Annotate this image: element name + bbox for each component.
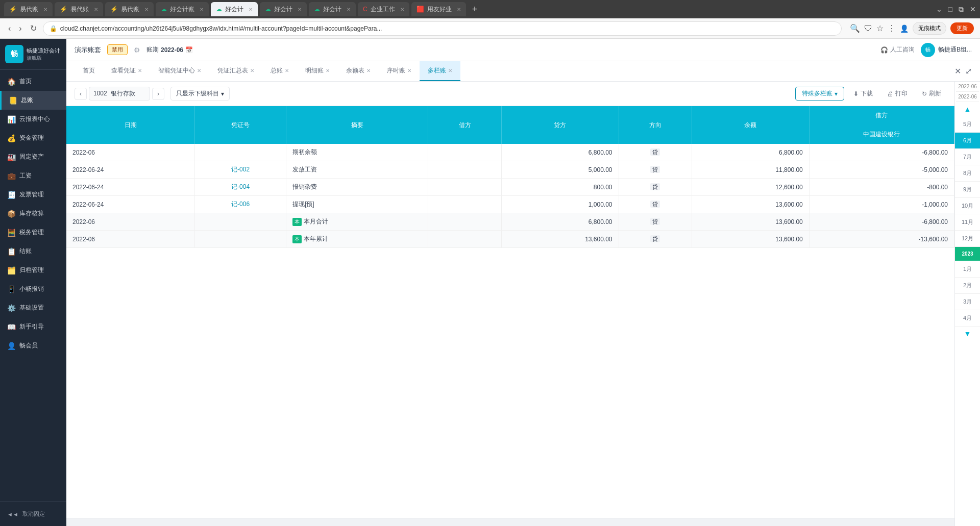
voucher-link-002[interactable]: 记-002 <box>231 166 250 173</box>
browser-tab-4[interactable]: ☁ 好会计账 ✕ <box>156 2 209 16</box>
close-tab-8[interactable]: ✕ <box>400 7 404 12</box>
scroll-up-button[interactable]: ▲ <box>955 102 980 116</box>
month-item-11[interactable]: 11月 <box>955 214 980 231</box>
horizontal-scrollbar[interactable] <box>66 518 954 526</box>
tab-home[interactable]: 首页 <box>75 61 103 81</box>
month-item-9[interactable]: 9月 <box>955 182 980 198</box>
tab-view-voucher[interactable]: 查看凭证 ✕ <box>103 61 150 81</box>
sidebar-item-invoice[interactable]: 🧾 发票管理 <box>0 185 66 204</box>
sidebar-item-home[interactable]: 🏠 首页 <box>0 72 66 91</box>
sidebar-item-assets[interactable]: 🏭 固定资产 <box>0 147 66 166</box>
month-item-1[interactable]: 1月 <box>955 261 980 278</box>
sidebar-item-ledger[interactable]: 📒 总账 <box>0 91 66 110</box>
close-tab-view-voucher[interactable]: ✕ <box>138 68 142 73</box>
sidebar-item-payroll[interactable]: 💼 工资 <box>0 166 66 185</box>
close-tab-2[interactable]: ✕ <box>94 7 98 12</box>
month-item-6[interactable]: 6月 <box>955 133 980 149</box>
month-item-5[interactable]: 5月 <box>955 116 980 133</box>
sidebar-item-close[interactable]: 📋 结账 <box>0 242 66 261</box>
unpin-button[interactable]: ◄◄ 取消固定 <box>7 506 59 522</box>
forward-button[interactable]: › <box>17 22 23 35</box>
settings-gear-icon[interactable]: ⚙ <box>134 46 140 54</box>
browser-tab-8[interactable]: C 企业工作 ✕ <box>358 2 409 16</box>
search-icon[interactable]: 🔍 <box>850 23 860 33</box>
window-maximize-icon[interactable]: ⧉ <box>959 5 964 14</box>
tab-voucher-summary[interactable]: 凭证汇总表 ✕ <box>209 61 262 81</box>
close-tab-voucher-summary[interactable]: ✕ <box>250 68 254 73</box>
month-item-2[interactable]: 2月 <box>955 278 980 294</box>
browser-tab-3[interactable]: ⚡ 易代账 ✕ <box>105 2 154 16</box>
close-tab-6[interactable]: ✕ <box>298 7 302 12</box>
month-item-12[interactable]: 12月 <box>955 231 980 247</box>
sidebar-item-reports[interactable]: 📊 云报表中心 <box>0 110 66 129</box>
bookmark-icon[interactable]: ☆ <box>876 23 884 33</box>
tab-general-ledger[interactable]: 总账 ✕ <box>262 61 297 81</box>
close-tab-9[interactable]: ✕ <box>457 7 461 12</box>
browser-tab-1[interactable]: ⚡ 易代账 ✕ <box>4 2 53 16</box>
download-button[interactable]: ⬇ 下载 <box>848 87 878 101</box>
prev-account-button[interactable]: ‹ <box>75 88 87 100</box>
sidebar-item-finance[interactable]: 💰 资金管理 <box>0 129 66 147</box>
consultation-button[interactable]: 🎧 人工咨询 <box>880 45 915 54</box>
close-tab-balance[interactable]: ✕ <box>366 68 371 73</box>
update-button[interactable]: 更新 <box>950 22 974 34</box>
sidebar-item-guide[interactable]: 📖 新手引导 <box>0 317 66 336</box>
close-tab-sequence[interactable]: ✕ <box>407 68 411 73</box>
special-ledger-button[interactable]: 特殊多栏账 ▾ <box>795 87 844 101</box>
tab-multi-column[interactable]: 多栏账 ✕ <box>420 61 460 81</box>
print-button[interactable]: 🖨 打印 <box>882 87 913 101</box>
new-tab-button[interactable]: + <box>468 4 482 15</box>
tab-sequence[interactable]: 序时账 ✕ <box>379 61 420 81</box>
sidebar-item-expense[interactable]: 📱 小畅报销 <box>0 280 66 298</box>
close-tab-7[interactable]: ✕ <box>347 7 351 12</box>
user-avatar-browser[interactable]: 👤 <box>900 24 909 33</box>
browser-tab-2[interactable]: ⚡ 易代账 ✕ <box>55 2 103 16</box>
tab-balance[interactable]: 余额表 ✕ <box>338 61 379 81</box>
month-item-7[interactable]: 7月 <box>955 149 980 165</box>
close-tab-4[interactable]: ✕ <box>200 7 204 12</box>
url-input[interactable]: 🔒 cloud2.chanjet.com/accounting/uh26t264… <box>43 21 842 36</box>
year-label-top2: 2022-06 <box>956 92 979 102</box>
privacy-icon[interactable]: 🛡 <box>864 24 872 33</box>
tab-smart-voucher[interactable]: 智能凭证中心 ✕ <box>150 61 209 81</box>
calendar-icon[interactable]: 📅 <box>185 46 193 54</box>
month-item-10[interactable]: 10月 <box>955 198 980 214</box>
close-tab-5[interactable]: ✕ <box>249 7 253 12</box>
collapse-tabs-icon[interactable]: ✕ <box>954 66 961 76</box>
minimize-icon[interactable]: ⌄ <box>936 5 942 14</box>
sidebar-item-tax[interactable]: 🧮 税务管理 <box>0 223 66 242</box>
scroll-down-button[interactable]: ▼ <box>955 327 980 341</box>
browser-tab-9[interactable]: 🟥 用友好业 ✕ <box>411 2 466 16</box>
month-item-3[interactable]: 3月 <box>955 294 980 310</box>
next-account-button[interactable]: › <box>152 88 164 100</box>
voucher-link-006[interactable]: 记-006 <box>231 201 250 208</box>
voucher-link-004[interactable]: 记-004 <box>231 183 250 190</box>
close-tab-general-ledger[interactable]: ✕ <box>285 68 289 73</box>
close-window-icon[interactable]: ✕ <box>970 5 976 14</box>
sidebar-item-member[interactable]: 👤 畅会员 <box>0 336 66 355</box>
close-tab-3[interactable]: ✕ <box>144 7 149 12</box>
back-button[interactable]: ‹ <box>6 22 13 35</box>
sidebar-item-inventory[interactable]: 📦 库存核算 <box>0 204 66 223</box>
browser-tab-6[interactable]: ☁ 好会计 ✕ <box>260 2 307 16</box>
browser-menu-icon[interactable]: ⋮ <box>888 23 896 33</box>
cell-debit <box>428 179 502 196</box>
tab-detail-ledger[interactable]: 明细账 ✕ <box>297 61 338 81</box>
browser-tab-5[interactable]: ☁ 好会计 ✕ <box>211 2 258 16</box>
close-tab-smart-voucher[interactable]: ✕ <box>197 68 201 73</box>
close-tab-1[interactable]: ✕ <box>43 7 47 12</box>
user-info[interactable]: 畅 畅捷通B组... <box>921 43 972 57</box>
browser-tab-7[interactable]: ☁ 好会计 ✕ <box>309 2 356 16</box>
sidebar-item-archive[interactable]: 🗂️ 归档管理 <box>0 261 66 280</box>
filter-dropdown[interactable]: 只显示下级科目 ▾ <box>170 87 230 101</box>
close-tab-multi-column[interactable]: ✕ <box>448 68 452 73</box>
close-tab-detail-ledger[interactable]: ✕ <box>326 68 330 73</box>
maximize-icon[interactable]: □ <box>948 5 952 14</box>
refresh-button-ledger[interactable]: ↻ 刷新 <box>917 87 946 101</box>
month-item-8[interactable]: 8月 <box>955 165 980 182</box>
refresh-button[interactable]: ↻ <box>28 21 39 35</box>
month-item-4[interactable]: 4月 <box>955 310 980 327</box>
stealth-mode-button[interactable]: 无痕模式 <box>913 22 946 35</box>
sidebar-item-settings[interactable]: ⚙️ 基础设置 <box>0 298 66 317</box>
expand-tabs-icon[interactable]: ⤢ <box>965 66 972 76</box>
